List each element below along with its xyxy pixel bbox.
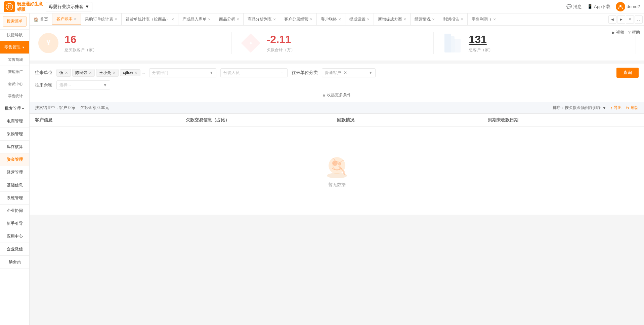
sidebar-item-ecommerce[interactable]: 电商管理 [0, 115, 29, 128]
filter-row-2: 往来余额 选择... ▼ [35, 80, 639, 89]
filter-more-button[interactable]: ... [142, 70, 145, 75]
tab-maximize[interactable]: ⛶ [635, 15, 643, 24]
results-actions: 排序：按欠款金额倒序排序 ▼ ↑ 导出 ↻ 刷新 [553, 105, 639, 111]
unit-category-select[interactable]: 普通客户 ✕ ▼ [322, 68, 376, 77]
message-button[interactable]: 💬 消息 [566, 4, 582, 10]
app-download-button[interactable]: 📱 App下载 [587, 4, 610, 10]
sidebar-item-retail[interactable]: 零售管理 ▼ [0, 41, 29, 54]
sidebar-item-retail-mall[interactable]: 零售商城 [0, 54, 29, 66]
tab-scroll-right[interactable]: ▶ [617, 15, 625, 24]
tab-product-analysis-list[interactable]: 商品分析列表 ✕ [244, 13, 280, 25]
credit-amount-label: 欠款合计（万） [267, 47, 295, 53]
sidebar-item-enterprise[interactable]: 企业协同 [0, 205, 29, 217]
close-icon[interactable]: ✕ [310, 17, 312, 21]
stat-values-amount: -2.11 欠款合计（万） [267, 33, 295, 53]
query-button[interactable]: 查询 [616, 68, 639, 78]
message-icon: 💬 [566, 4, 572, 9]
close-icon[interactable]: ✕ [208, 17, 211, 21]
remove-category[interactable]: ✕ [344, 70, 347, 75]
sort-button[interactable]: 排序：按欠款金额倒序排序 ▼ [553, 105, 606, 111]
sidebar-item-system[interactable]: 系统管理 [0, 192, 29, 205]
data-table: 客户信息 欠款交易信息（占比） 回款情况 到期未收款日期 [30, 114, 644, 215]
chevron-down-icon: ▼ [209, 70, 213, 75]
help-button[interactable]: ? 帮助 [628, 30, 640, 35]
close-icon[interactable]: ✕ [493, 17, 496, 21]
svg-text:¥: ¥ [46, 38, 51, 47]
tab-purchase-order[interactable]: 采购订单统计表 ✕ [81, 13, 122, 25]
sidebar-item-member[interactable]: 会员中心 [0, 78, 29, 90]
remove-tag-wu[interactable]: ✕ [65, 71, 68, 75]
sidebar-item-basic-info[interactable]: 基础信息 [0, 179, 29, 192]
avatar [616, 2, 625, 11]
tab-customer-contact[interactable]: 客户联络 ✕ [317, 13, 345, 25]
account-name: 母婴行业演示账套 [49, 4, 84, 10]
video-help-button[interactable]: ▶ 视频 [612, 30, 624, 35]
sidebar-item-app-center[interactable]: 应用中心 [0, 230, 29, 243]
close-icon[interactable]: ✕ [367, 17, 370, 21]
chevron-down-icon: ▼ [103, 83, 107, 87]
sidebar-item-vip-member[interactable]: 畅会员 [0, 256, 29, 268]
balance-filter-select[interactable]: 选择... ▼ [56, 80, 110, 89]
search-menu-button[interactable]: 搜索菜单 [3, 16, 27, 27]
results-summary: 搜索结果中，客户 0 家 欠款金额 0.00元 [35, 105, 109, 111]
unit-category-label: 往来单位分类 [292, 70, 318, 76]
close-icon[interactable]: ✕ [338, 17, 341, 21]
sidebar-item-operation[interactable]: 经营管理 [0, 166, 29, 179]
col-due-date: 到期未收款日期 [488, 117, 639, 123]
unit-filter-label: 往来单位 [35, 70, 52, 76]
sidebar-item-inventory[interactable]: 库存核算 [0, 141, 29, 153]
empty-state: 暂无数据 [30, 127, 644, 215]
close-icon[interactable]: ✕ [74, 17, 77, 21]
dept-filter-select[interactable]: 分管部门 ▼ [149, 68, 216, 77]
sidebar-item-retail-stats[interactable]: 零售统计 [0, 90, 29, 102]
collapse-button[interactable]: ∧ 收起更多条件 [35, 92, 639, 98]
balance-filter-label: 往来余额 [35, 82, 52, 88]
tab-profit-report[interactable]: 利润报告 ✕ [439, 13, 468, 25]
refresh-button[interactable]: ↻ 刷新 [626, 105, 639, 111]
svg-text:好: 好 [7, 5, 11, 9]
person-filter-select[interactable]: 分管人员 ··· [220, 68, 288, 77]
sidebar-item-purchase[interactable]: 采购管理 [0, 128, 29, 141]
sidebar-item-finance[interactable]: 资金管理 [0, 153, 29, 166]
user-menu[interactable]: demo2 [616, 2, 640, 11]
main-layout: 搜索菜单 快捷导航 零售管理 ▼ 零售商城 营销推广 会员中心 零售统计 批发管… [0, 13, 644, 325]
close-icon[interactable]: ✕ [273, 17, 276, 21]
sidebar: 搜索菜单 快捷导航 零售管理 ▼ 零售商城 营销推广 会员中心 零售统计 批发管… [0, 13, 30, 325]
tab-inbound-stats[interactable]: 进货单统计表（按商品） ✕ [122, 13, 178, 25]
top-bar-right: 💬 消息 📱 App下载 demo2 [566, 2, 640, 11]
export-button[interactable]: ↑ 导出 [610, 105, 622, 111]
tab-product-inbound[interactable]: 产成品入库单 ✕ [178, 13, 215, 25]
close-icon[interactable]: ✕ [432, 17, 435, 21]
account-selector[interactable]: 母婴行业演示账套 ▼ [46, 2, 92, 11]
close-icon[interactable]: ✕ [403, 17, 406, 21]
close-icon[interactable]: ✕ [115, 17, 117, 21]
filter-row-1: 往来单位 伍 ✕ 陈民强 ✕ 王小亮 ✕ [35, 68, 639, 78]
col-customer-info: 客户信息 [35, 117, 186, 123]
sidebar-item-enterprise-wechat[interactable]: 企业微信 [0, 243, 29, 256]
close-icon[interactable]: ✕ [171, 17, 174, 21]
svg-text:✦: ✦ [248, 40, 253, 46]
tab-retail-profit[interactable]: 零售利润（ ✕ [468, 13, 500, 25]
credit-customers-label: 总欠款客户（家） [65, 47, 97, 53]
chevron-down-icon: ▼ [85, 4, 89, 9]
tab-customer-account[interactable]: 客户账本 ✕ [52, 13, 81, 25]
tab-promotion-settings[interactable]: 提成设置 ✕ [345, 13, 374, 25]
tab-new-promotion[interactable]: 新增提成方案 ✕ [374, 13, 411, 25]
close-icon[interactable]: ✕ [461, 17, 463, 21]
tab-scroll-left[interactable]: ◀ [608, 15, 616, 24]
quick-nav-button[interactable]: 快捷导航 [0, 30, 29, 41]
tab-business-status[interactable]: 经营情况 ✕ [411, 13, 439, 25]
chevron-up-icon: ∧ [323, 93, 326, 98]
sidebar-item-wholesale[interactable]: 批发管理 ▼ [0, 102, 29, 115]
empty-state-label: 暂无数据 [328, 182, 346, 188]
sidebar-item-new-user[interactable]: 新手引导 [0, 217, 29, 230]
tab-product-analysis[interactable]: 商品分析 ✕ [215, 13, 244, 25]
remove-tag-wang[interactable]: ✕ [113, 71, 116, 75]
sidebar-item-marketing[interactable]: 营销推广 [0, 66, 29, 78]
tab-customer-segment[interactable]: 客户分层经营 ✕ [280, 13, 317, 25]
tab-home[interactable]: 🏠 首页 [30, 13, 52, 25]
remove-tag-cjttcw[interactable]: ✕ [134, 71, 137, 75]
close-icon[interactable]: ✕ [237, 17, 239, 21]
tab-close-all[interactable]: ✕ [626, 15, 634, 24]
remove-tag-chen[interactable]: ✕ [89, 71, 92, 75]
